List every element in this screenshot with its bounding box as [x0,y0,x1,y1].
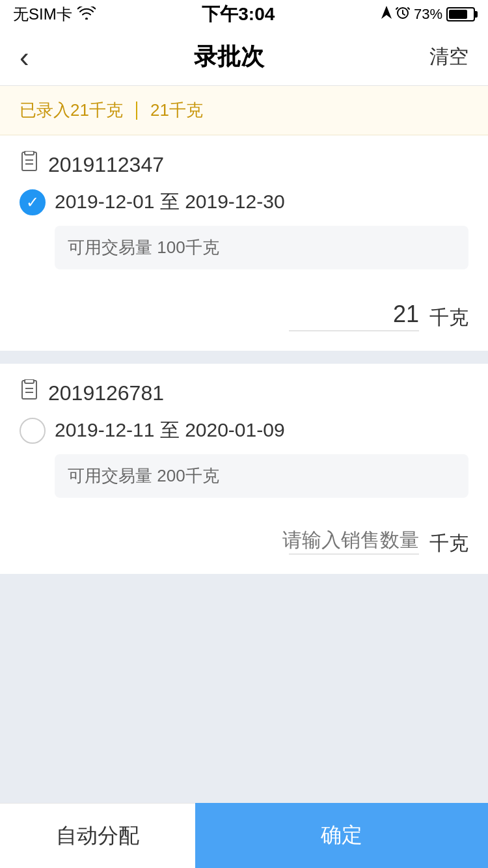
quantity-underline-2 [289,554,419,554]
status-time: 下午3:04 [202,2,275,27]
status-right: 73% [381,5,475,23]
clear-button[interactable]: 清空 [429,44,468,70]
alarm-icon [396,5,410,23]
empty-area [0,574,488,821]
battery-percent: 73% [414,6,442,23]
batch-id-text-1: 2019112347 [48,153,164,177]
section-divider [0,351,488,364]
confirm-button[interactable]: 确定 [195,803,488,868]
batch-card-2: 2019126781 2019-12-11 至 2020-01-09 可用交易量… [0,364,488,513]
radio-2[interactable] [20,418,46,444]
batch-avail-2: 可用交易量 200千克 [55,454,468,498]
batch-avail-1: 可用交易量 100千克 [55,226,468,269]
location-icon [381,6,392,23]
quantity-row-2: 千克 [0,513,488,574]
svg-rect-6 [25,379,34,383]
banner-divider [136,102,137,120]
batch-date-row-2[interactable]: 2019-12-11 至 2020-01-09 [20,417,468,444]
back-button[interactable]: ‹ [20,41,29,74]
bottom-bar: 自动分配 确定 [0,803,488,868]
batch-date-1: 2019-12-01 至 2019-12-30 [55,189,285,215]
batch-id-icon-2 [20,379,42,407]
status-bar: 无SIM卡 下午3:04 73% [0,0,488,29]
radio-1[interactable]: ✓ [20,189,46,215]
quantity-unit-2: 千克 [429,530,468,557]
nav-bar: ‹ 录批次 清空 [0,29,488,86]
batch-id-row-1: 2019112347 [20,151,468,178]
sim-text: 无SIM卡 [13,4,72,25]
quantity-input-1[interactable] [127,301,419,328]
quantity-container-2 [172,529,419,558]
quantity-container-1 [127,301,419,335]
recorded-label: 已录入21千克 [20,99,123,122]
check-icon-1: ✓ [26,195,39,210]
quantity-input-2[interactable] [172,529,419,551]
batch-date-row-1[interactable]: ✓ 2019-12-01 至 2019-12-30 [20,189,468,215]
batch-id-row-2: 2019126781 [20,379,468,407]
batch-id-text-2: 2019126781 [48,381,164,405]
auto-distribute-button[interactable]: 自动分配 [0,803,195,868]
recorded-value: 21千克 [150,99,203,122]
page-title: 录批次 [194,41,264,73]
batch-id-icon-1 [20,151,42,178]
quantity-underline-1 [289,331,419,331]
battery-icon [446,7,475,21]
batch-card-1: 2019112347 ✓ 2019-12-01 至 2019-12-30 可用交… [0,135,488,285]
quantity-row-1: 千克 [0,285,488,351]
quantity-unit-1: 千克 [429,305,468,331]
info-banner: 已录入21千克 21千克 [0,86,488,135]
wifi-icon [77,5,96,23]
svg-rect-2 [25,151,34,155]
batch-date-2: 2019-12-11 至 2020-01-09 [55,417,285,444]
status-left: 无SIM卡 [13,4,96,25]
